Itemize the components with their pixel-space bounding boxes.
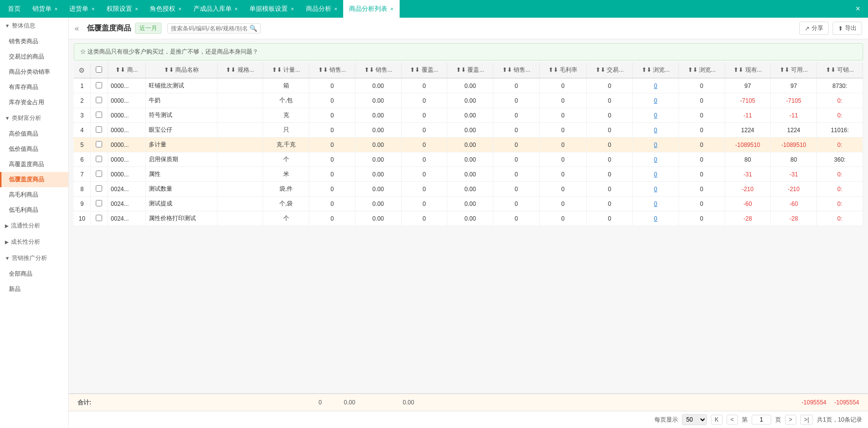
spec-column-header[interactable]: ⬆⬇ 规格... — [217, 62, 263, 78]
browse1-column-header[interactable]: ⬆⬇ 浏览... — [633, 62, 679, 78]
browse2-column-header[interactable]: ⬆⬇ 浏览... — [678, 62, 725, 78]
nav-purchase[interactable]: 进货单 × — [63, 0, 100, 18]
name-column-header[interactable]: ⬆⬇ 商品名称 — [146, 62, 217, 78]
period-filter-button[interactable]: 近一月 — [135, 23, 162, 34]
row-select-checkbox[interactable] — [96, 97, 102, 103]
sidebar-item-low-coverage[interactable]: 低覆盖度商品 — [0, 172, 68, 187]
nav-product-analysis-list[interactable]: 商品分析列表 × — [343, 0, 399, 18]
row-spec — [217, 123, 263, 138]
row-select-checkbox[interactable] — [96, 215, 102, 221]
sidebar-item-sales-goods[interactable]: 销售类商品 — [0, 34, 68, 49]
close-icon[interactable]: × — [235, 6, 238, 12]
sidebar-item-low-margin[interactable]: 低毛利商品 — [0, 202, 68, 218]
row-no: 5 — [74, 138, 90, 152]
sku-code-column-header[interactable]: ⬆⬇ 商... — [108, 62, 146, 78]
row-browse1[interactable]: 0 — [633, 108, 679, 123]
stock-sale-column-header[interactable]: ⬆⬇ 可销... — [817, 62, 863, 78]
cover1-column-header[interactable]: ⬆⬇ 覆盖... — [401, 62, 447, 78]
sidebar-section-marketing[interactable]: ▼ 营销推广分析 — [0, 250, 68, 266]
row-browse1[interactable]: 0 — [633, 211, 679, 226]
close-icon[interactable]: × — [291, 6, 294, 12]
row-select-checkbox[interactable] — [96, 185, 102, 192]
search-input[interactable] — [171, 25, 249, 32]
sidebar-item-in-stock[interactable]: 有库存商品 — [0, 80, 68, 95]
sidebar-item-inventory-capital[interactable]: 库存资金占用 — [0, 95, 68, 110]
row-select-checkbox[interactable] — [96, 126, 102, 133]
row-browse1[interactable]: 0 — [633, 93, 679, 108]
row-browse1[interactable]: 0 — [633, 78, 679, 93]
close-icon[interactable]: × — [334, 6, 337, 12]
close-icon[interactable]: × — [135, 6, 138, 12]
row-checkbox[interactable] — [90, 123, 108, 138]
sidebar-item-high-value[interactable]: 高价值商品 — [0, 126, 68, 142]
prev-page-button[interactable]: < — [727, 415, 738, 425]
row-checkbox[interactable] — [90, 108, 108, 123]
row-checkbox[interactable] — [90, 138, 108, 152]
sales3-column-header[interactable]: ⬆⬇ 销售... — [493, 62, 540, 78]
sales-amt-column-header[interactable]: ⬆⬇ 销售... — [355, 62, 401, 78]
nav-product-analysis[interactable]: 商品分析 × — [300, 0, 343, 18]
gear-column-header[interactable]: ⚙ — [74, 62, 90, 78]
stock-current-column-header[interactable]: ⬆⬇ 现有... — [725, 62, 771, 78]
sidebar-item-category-rate[interactable]: 商品分类动销率 — [0, 64, 68, 80]
export-button[interactable]: ⬆ 导出 — [833, 22, 862, 35]
next-page-button[interactable]: > — [785, 415, 796, 425]
sidebar-item-all-goods[interactable]: 全部商品 — [0, 266, 68, 282]
row-browse1[interactable]: 0 — [633, 123, 679, 138]
row-checkbox[interactable] — [90, 93, 108, 108]
row-browse1[interactable]: 0 — [633, 197, 679, 211]
row-sales-qty: 0 — [309, 123, 355, 138]
last-page-button[interactable]: >| — [800, 415, 813, 425]
select-all-checkbox[interactable] — [96, 66, 102, 73]
share-button[interactable]: ↗ 分享 — [799, 22, 829, 35]
nav-role-auth[interactable]: 角色授权 × — [144, 0, 187, 18]
row-browse1[interactable]: 0 — [633, 152, 679, 167]
nav-template[interactable]: 单据模板设置 × — [244, 0, 299, 18]
row-browse1[interactable]: 0 — [633, 138, 679, 152]
row-checkbox[interactable] — [90, 211, 108, 226]
row-select-checkbox[interactable] — [96, 200, 102, 206]
first-page-button[interactable]: K — [711, 415, 723, 425]
collapse-sidebar-button[interactable]: « — [75, 24, 79, 33]
sidebar-item-new-goods[interactable]: 新品 — [0, 282, 68, 297]
nav-permissions[interactable]: 权限设置 × — [101, 0, 144, 18]
cover2-column-header[interactable]: ⬆⬇ 覆盖... — [447, 62, 493, 78]
close-icon[interactable]: × — [91, 6, 94, 12]
row-select-checkbox[interactable] — [96, 82, 102, 88]
sidebar-section-liquidity[interactable]: ▶ 流通性分析 — [0, 218, 68, 234]
row-sku: 0000... — [108, 93, 146, 108]
nav-sales[interactable]: 销货单 × — [27, 0, 63, 18]
row-browse1[interactable]: 0 — [633, 182, 679, 197]
close-icon[interactable]: × — [178, 6, 181, 12]
close-icon[interactable]: × — [390, 6, 393, 12]
checkbox-column-header[interactable] — [90, 62, 108, 78]
nav-product-storage[interactable]: 产成品入库单 × — [188, 0, 244, 18]
sidebar-item-high-margin[interactable]: 高毛利商品 — [0, 187, 68, 202]
row-browse1[interactable]: 0 — [633, 167, 679, 182]
row-checkbox[interactable] — [90, 152, 108, 167]
row-select-checkbox[interactable] — [96, 156, 102, 162]
gross-rate-column-header[interactable]: ⬆⬇ 毛利率 — [539, 62, 586, 78]
row-checkbox[interactable] — [90, 197, 108, 211]
row-select-checkbox[interactable] — [96, 112, 102, 118]
current-page-input[interactable] — [752, 415, 771, 425]
sidebar-item-high-coverage[interactable]: 高覆盖度商品 — [0, 157, 68, 172]
sidebar-section-wealth[interactable]: ▼ 类财富分析 — [0, 110, 68, 126]
nav-home[interactable]: 首页 — [2, 0, 27, 18]
row-checkbox[interactable] — [90, 182, 108, 197]
row-select-checkbox[interactable] — [96, 171, 102, 177]
per-page-select[interactable]: 50 20 100 — [682, 414, 707, 425]
sidebar-section-overall[interactable]: ▼ 整体信息 — [0, 18, 68, 34]
sidebar-item-low-value[interactable]: 低价值商品 — [0, 142, 68, 157]
sidebar-item-traded-goods[interactable]: 交易过的商品 — [0, 49, 68, 64]
unit-column-header[interactable]: ⬆⬇ 计量... — [263, 62, 309, 78]
stock-avail-column-header[interactable]: ⬆⬇ 可用... — [771, 62, 817, 78]
sales-qty-column-header[interactable]: ⬆⬇ 销售... — [309, 62, 355, 78]
row-select-checkbox[interactable] — [96, 141, 102, 147]
sidebar-section-growth[interactable]: ▶ 成长性分析 — [0, 234, 68, 250]
close-icon[interactable]: × — [54, 6, 57, 12]
row-checkbox[interactable] — [90, 167, 108, 182]
window-close-button[interactable]: × — [850, 4, 866, 13]
row-checkbox[interactable] — [90, 78, 108, 93]
trade-column-header[interactable]: ⬆⬇ 交易... — [587, 62, 633, 78]
